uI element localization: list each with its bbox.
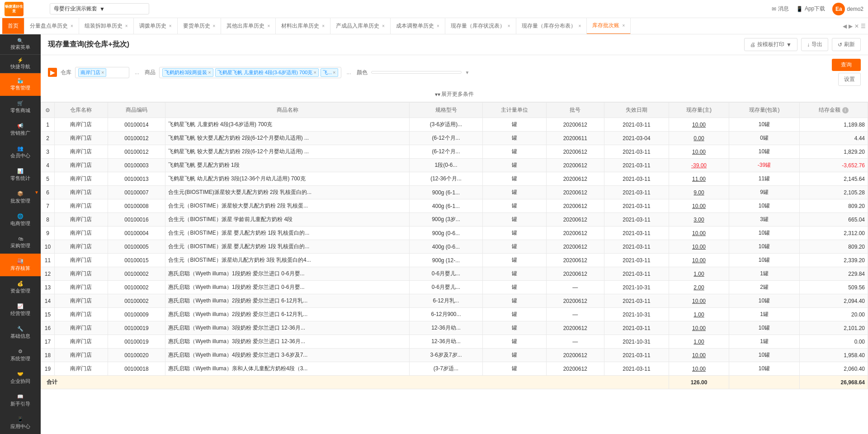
sidebar-item-basic[interactable]: 🔧 基础信息 (0, 321, 41, 344)
cell-stock-main[interactable]: 10.00 (669, 226, 729, 240)
product-more[interactable]: ... (347, 69, 351, 75)
cell-stock-main[interactable]: 10.00 (669, 199, 729, 213)
nav-menu[interactable]: ☰ (861, 23, 866, 29)
sidebar-quick[interactable]: ⚡ 快捷导航 (0, 55, 41, 73)
btn-export[interactable]: ↓ 导出 (801, 38, 828, 51)
tab-chengben[interactable]: 成本调整单历史 × (391, 18, 445, 34)
message-btn[interactable]: ✉ 消息 (772, 5, 789, 13)
sidebar-item-retail-store[interactable]: 🛒 零售商城 (0, 96, 41, 118)
th-name: 商品名称 (165, 103, 409, 118)
layout: 🔍 搜索英单 ⚡ 快捷导航 🏪 零售管理 🛒 零售商城 📢 营销推广 👥 会员中… (0, 34, 868, 434)
product-tag-3[interactable]: 飞... × (321, 68, 338, 77)
close-pipici[interactable]: × (622, 23, 625, 28)
close-chanpin[interactable]: × (382, 24, 385, 28)
amount-info-icon[interactable]: i (842, 107, 849, 113)
btn-query[interactable]: 查询 (832, 59, 861, 71)
cell-no: 15 (41, 308, 55, 321)
close-diaopai[interactable]: × (169, 24, 172, 28)
tab-diaopai[interactable]: 调拨单历史 × (134, 18, 178, 34)
tab-xianstock1[interactable]: 现存量（库存状况表） × (445, 18, 516, 34)
nav-prev[interactable]: ◀ (843, 23, 847, 29)
color-filter-group[interactable] (371, 71, 462, 74)
sidebar-item-operations[interactable]: 📈 经营管理 (0, 299, 41, 321)
close-chengben[interactable]: × (437, 24, 439, 28)
btn-print[interactable]: 🖨 按模板打印 ▼ (744, 38, 797, 51)
cell-expire: 2021-03-11 (604, 226, 669, 240)
cell-stock-main[interactable]: 10.00 (669, 240, 729, 254)
warehouse-more[interactable]: ... (135, 69, 139, 75)
tab-xianstock2[interactable]: 现存量（库存分布表） × (516, 18, 587, 34)
sidebar-item-finance[interactable]: 💰 资金管理 (0, 276, 41, 299)
tab-qitachu[interactable]: 其他出库单历史 × (221, 18, 276, 34)
close-yaohuo[interactable]: × (213, 24, 216, 28)
cell-stock-main[interactable]: 10.00 (669, 321, 729, 335)
tab-fenpan[interactable]: 分量盘点单历史 × (24, 18, 79, 34)
product-tag-2-remove[interactable]: × (313, 70, 316, 75)
tab-zuche[interactable]: 组装拆卸单历史 × (79, 18, 134, 34)
user-area[interactable]: Ea demo2 (832, 3, 863, 15)
close-qitachu[interactable]: × (267, 24, 270, 28)
product-tag-1-remove[interactable]: × (208, 70, 211, 75)
cell-stock-main[interactable]: 9.00 (669, 186, 729, 199)
sidebar-item-member[interactable]: 👥 会员中心 (0, 141, 41, 164)
cell-stock-main[interactable]: 10.00 (669, 294, 729, 308)
product-filter-group[interactable]: 飞鹤奶粉3段两提装 × 飞鹤星飞帆 儿童奶粉 4段(3-6岁适用) 700克 ×… (159, 67, 341, 78)
sidebar-item-appcenter[interactable]: 📱 应用中心 (0, 412, 41, 434)
cell-stock-main[interactable]: 11.00 (669, 172, 729, 186)
company-selector[interactable]: 母婴行业演示账套 ▼ (50, 3, 149, 14)
th-settings[interactable]: ⚙ (41, 103, 55, 118)
btn-refresh[interactable]: ↺ 刷新 (832, 38, 861, 51)
sidebar-item-system[interactable]: ⚙ 系统管理 (0, 344, 41, 367)
warehouse-tag[interactable]: 南岸门店 × (78, 68, 106, 77)
product-tag-2[interactable]: 飞鹤星飞帆 儿童奶粉 4段(3-6岁适用) 700克 × (215, 68, 319, 77)
cell-stock-main[interactable]: 0.00 (669, 132, 729, 145)
sidebar-item-marketing[interactable]: 📢 营销推广 (0, 118, 41, 141)
cell-warehouse: 南岸门店 (55, 159, 108, 172)
cell-stock-main[interactable]: 2.00 (669, 281, 729, 294)
cell-stock-main[interactable]: 1.00 (669, 335, 729, 349)
btn-set[interactable]: 设置 (838, 73, 861, 86)
product-tag-3-remove[interactable]: × (333, 70, 335, 75)
nav-next[interactable]: ▶ (849, 23, 853, 29)
close-fenpan[interactable]: × (71, 24, 73, 28)
tab-pipici[interactable]: 库存批次账 × (587, 18, 631, 34)
color-dropdown-icon[interactable]: ▼ (465, 70, 470, 75)
warehouse-filter-group[interactable]: 南岸门店 × (75, 67, 129, 78)
sidebar-item-wholesale[interactable]: 📦 批发管理 ▼ (0, 186, 41, 209)
cell-stock-main[interactable]: 1.00 (669, 267, 729, 281)
tab-chanpin[interactable]: 产成品入库单历史 × (330, 18, 391, 34)
tab-yaohuo[interactable]: 要货单历史 × (178, 18, 222, 34)
cell-unit: 罐 (483, 335, 547, 349)
close-zuche[interactable]: × (125, 24, 128, 28)
cell-stock-main[interactable]: 10.00 (669, 145, 729, 159)
sidebar-item-retail-stat[interactable]: 📊 零售统计 (0, 164, 41, 186)
close-cailiao[interactable]: × (322, 24, 325, 28)
app-download-btn[interactable]: 📱 App下载 (796, 5, 825, 13)
nav-close-all[interactable]: ✕ (854, 23, 859, 29)
btn-expand-more[interactable]: ▾▾ 展开更多条件 (435, 90, 474, 98)
sidebar-search[interactable]: 🔍 搜索英单 (0, 34, 41, 55)
toggle-filter-btn[interactable]: ▶ (48, 68, 57, 77)
close-xianstock2[interactable]: × (579, 24, 581, 28)
cell-stock-main[interactable]: 10.00 (669, 118, 729, 132)
cell-stock-main[interactable]: 1.00 (669, 308, 729, 321)
product-tag-1[interactable]: 飞鹤奶粉3段两提装 × (162, 68, 213, 77)
tab-home[interactable]: 首页 (2, 18, 24, 34)
tab-cailiao[interactable]: 材料出库单历史 × (276, 18, 330, 34)
sidebar-item-retail-mgmt[interactable]: 🏪 零售管理 (0, 73, 41, 96)
sidebar-item-ecommerce[interactable]: 🌐 电商管理 (0, 209, 41, 231)
sidebar-item-guide[interactable]: 📖 新手引导 (0, 389, 41, 412)
sidebar-item-enterprise[interactable]: 🤝 企业协同 (0, 367, 41, 389)
table-row: 13 南岸门店 00100002 惠氏启聪（Wyeth illuma）1段奶粉 … (41, 281, 868, 294)
sidebar-item-inventory[interactable]: 🏭 库存核算 (0, 254, 41, 276)
cell-stock-main[interactable]: -39.00 (669, 159, 729, 172)
cell-stock-main[interactable]: 10.00 (669, 349, 729, 362)
cell-amount: -3,652.76 (800, 159, 868, 172)
cell-stock-main[interactable]: 10.00 (669, 362, 729, 376)
cell-stock-main[interactable]: 3.00 (669, 213, 729, 226)
warehouse-tag-remove[interactable]: × (101, 70, 104, 75)
sidebar-item-purchase[interactable]: 🛍 采购管理 (0, 231, 41, 254)
cell-expire: 2021-03-11 (604, 145, 669, 159)
close-xianstock1[interactable]: × (508, 24, 510, 28)
cell-stock-main[interactable]: 10.00 (669, 254, 729, 267)
